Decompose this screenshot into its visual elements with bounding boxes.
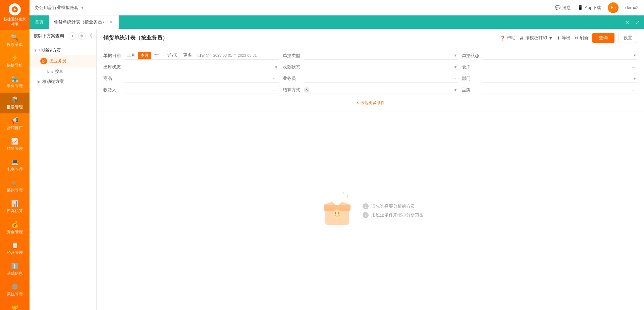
tab-active[interactable]: 销货单统计表（按业务员） ✕ (49, 15, 119, 29)
tabbar-actions: ✕ ⤢ (621, 15, 644, 29)
date-tab-7days[interactable]: 近7天 (165, 52, 180, 59)
sales-icon: 📈 (11, 138, 18, 145)
tree-group-mobile: ▶ 移动端方案 (30, 76, 96, 87)
salesperson-select[interactable] (304, 74, 450, 82)
right-panel: 销货单统计表（按业务员） ❓ 帮助 🖨 按模板打印 ▼ ⬇ 导出 (97, 29, 644, 310)
tree-item-by-salesperson[interactable]: 按 按业务员 (30, 55, 96, 67)
print-dropdown-icon[interactable]: ▼ (548, 36, 553, 41)
doc-status-select[interactable] (483, 52, 637, 59)
sidebar-item-ecommerce[interactable]: 💻 电商管理 (0, 155, 30, 176)
tree-group-mobile-header[interactable]: ▶ 移动端方案 (30, 76, 96, 87)
collapse-filters-btn[interactable]: ∧ 收起更多条件 (103, 97, 637, 107)
salesperson-select-wrapper: ··· (304, 74, 458, 83)
date-tab-custom[interactable]: 自定义 (195, 52, 212, 59)
goods-more-icon[interactable]: ··· (271, 74, 279, 82)
tree-sub-item-by-order[interactable]: ↳ ≡ 按单 (30, 67, 96, 76)
sidebar-item-search-label: 搜索菜单 (7, 42, 23, 48)
tab-close-btn[interactable]: ✕ (108, 19, 114, 25)
tree-arrow-desktop: ▼ (34, 48, 37, 52)
date-tab-more[interactable]: 更多 (180, 51, 195, 59)
settlement-dropdown-icon: ▼ (453, 88, 457, 92)
brand-more-icon[interactable]: ··· (630, 86, 637, 94)
tab-expand-icon[interactable]: ⤢ (634, 18, 641, 27)
out-status-select[interactable] (124, 63, 279, 71)
tree-group-desktop-header[interactable]: ▼ 电脑端方案 (30, 45, 96, 55)
search-icon: 🔍 (11, 34, 18, 41)
sidebar-item-collab[interactable]: 🤝 企业协同 (0, 301, 30, 310)
brand-select[interactable] (483, 86, 630, 94)
pay-status-select[interactable] (304, 63, 458, 71)
tree-group-desktop: ▼ 电脑端方案 按 按业务员 ↳ ≡ 按单 (30, 45, 96, 76)
tabbar: 首页 销货单统计表（按业务员） ✕ ✕ ⤢ (30, 15, 644, 29)
help-icon: ❓ (500, 36, 505, 41)
date-tab-this-year[interactable]: 本年 (151, 52, 165, 59)
sidebar-item-system-label: 系统管理 (7, 292, 23, 297)
pay-status-dropdown-icon: ▼ (453, 65, 457, 69)
query-button[interactable]: 查询 (592, 33, 614, 43)
left-panel-title: 按以下方案查询 (34, 33, 64, 39)
print-btn[interactable]: 🖨 按模板打印 ▼ (520, 35, 553, 41)
date-tab-last-month[interactable]: 上月 (124, 52, 138, 59)
help-btn[interactable]: ❓ 帮助 (500, 35, 516, 41)
sidebar-item-retail[interactable]: 🏪 零售管理 (0, 72, 30, 93)
sidebar-item-purchase[interactable]: 🛒 采购管理 (0, 176, 30, 197)
settlement-clear-btn[interactable]: ✕ (304, 87, 309, 93)
topbar-dropdown-arrow[interactable]: ▼ (80, 6, 84, 10)
warehouse-select[interactable] (483, 63, 630, 71)
department-field: 部门 ▼ (462, 74, 637, 83)
sidebar-item-search[interactable]: 🔍 搜索菜单 (0, 30, 30, 51)
download-btn[interactable]: 📱 App下载 (578, 5, 601, 11)
goods-select[interactable] (124, 74, 271, 82)
wholesale-icon: 📦 (11, 96, 18, 103)
retail-icon: 🏪 (11, 75, 18, 83)
topbar: 办公用品行业模拟账套 ▼ 💬 消息 📱 App下载 Ea demo2 (30, 0, 644, 15)
sidebar-item-wholesale[interactable]: 📦 批发管理 (0, 93, 30, 113)
add-scheme-btn[interactable]: ＋ (69, 32, 76, 40)
settlement-field: 结算方式 ✕ ▼ (283, 86, 458, 94)
settlement-select[interactable] (311, 86, 458, 94)
order-scheme-icon: ↳ (46, 69, 50, 74)
page-header: 销货单统计表（按业务员） ❓ 帮助 🖨 按模板打印 ▼ ⬇ 导出 (97, 29, 644, 47)
topbar-right: 💬 消息 📱 App下载 Ea demo2 (555, 2, 639, 13)
receiver-field: 收货人 ··· (103, 86, 279, 94)
tab-home[interactable]: 首页 (30, 15, 49, 29)
avatar[interactable]: Ea (608, 2, 619, 13)
messages-btn[interactable]: 💬 消息 (555, 5, 571, 11)
doc-type-select[interactable] (304, 52, 458, 59)
settings-button[interactable]: 设置 (619, 33, 637, 43)
department-select[interactable] (483, 74, 637, 82)
warehouse-more-icon[interactable]: ··· (630, 63, 637, 71)
sidebar-item-quicknav[interactable]: ⚡ 快捷导航 (0, 51, 30, 72)
ecommerce-icon: 💻 (11, 158, 18, 166)
salesperson-more-icon[interactable]: ··· (450, 74, 458, 82)
step-num-1: 1 (363, 203, 369, 209)
left-panel-header: 按以下方案查询 ＋ ✎ 《 (30, 29, 96, 43)
edit-scheme-btn[interactable]: ✎ (78, 32, 86, 40)
warehouse-select-wrapper: ··· (483, 63, 637, 71)
sub-item-icon-order: ≡ (51, 70, 53, 74)
sidebar-item-basic-info[interactable]: ℹ️ 基础信息 (0, 259, 30, 280)
sidebar-item-system[interactable]: ⚙️ 系统管理 (0, 280, 30, 301)
sidebar-item-finance[interactable]: 💰 资金管理 (0, 217, 30, 238)
refresh-btn[interactable]: ↺ 刷新 (575, 35, 588, 41)
sidebar-item-sales[interactable]: 📈 销售管理 (0, 134, 30, 155)
collapse-left-panel-btn[interactable]: 《 (88, 33, 92, 39)
pay-status-label: 收款状态 (283, 64, 301, 70)
department-label: 部门 (462, 75, 480, 82)
date-tab-this-month[interactable]: 本月 (138, 52, 151, 59)
sidebar-item-inventory[interactable]: 📊 库存核算 (0, 197, 30, 217)
pay-status-select-wrapper: ▼ (304, 63, 458, 71)
filter-row-1: 单据日期 上月 本月 本年 近7天 更多 自定义 2023-03-01 至 20… (103, 51, 637, 60)
doc-type-dropdown-icon: ▼ (453, 53, 457, 57)
sidebar-nav: 🔍 搜索菜单 ⚡ 快捷导航 🏪 零售管理 📦 批发管理 📢 营销推广 📈 销售管… (0, 30, 30, 310)
filter-row-2: 出库状态 ▼ 收款状态 ▼ 仓库 (103, 63, 637, 71)
receiver-select[interactable] (124, 86, 271, 94)
sidebar-item-marketing[interactable]: 📢 营销推广 (0, 113, 30, 134)
receiver-more-icon[interactable]: ··· (271, 86, 279, 94)
tab-close-all-icon[interactable]: ✕ (624, 18, 631, 27)
brand-label: 品牌 (462, 87, 480, 93)
username[interactable]: demo2 (625, 5, 639, 10)
export-btn[interactable]: ⬇ 导出 (557, 35, 571, 41)
collapse-icon: ∧ (356, 101, 359, 105)
sidebar-item-operation[interactable]: 📋 经营管理 (0, 238, 30, 259)
